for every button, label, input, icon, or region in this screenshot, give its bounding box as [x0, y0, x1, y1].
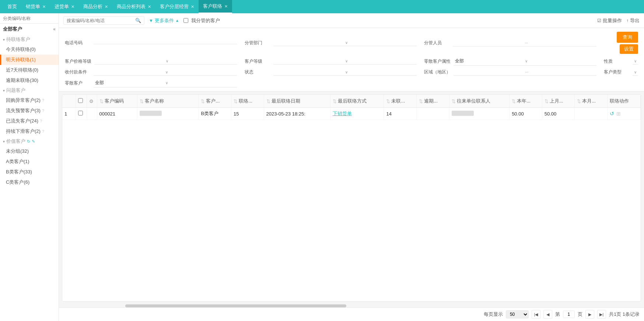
nav-customer-tier[interactable]: 客户分层经营 ✕	[155, 0, 199, 13]
ellipsis-icon: ···	[525, 41, 595, 45]
contact-action-icon1[interactable]: ↺	[610, 111, 614, 117]
chevron-down-icon: ∨	[525, 59, 595, 63]
col-unit-contact: ⇅往来单位联系人	[449, 95, 510, 108]
table-row: 1 000021 B类客户 15 2023-05-23 18:25: 下销货单 …	[62, 108, 641, 120]
batch-operation-button[interactable]: ☑ 批量操作	[597, 17, 622, 24]
sidebar-search-input[interactable]	[3, 16, 58, 21]
last-page-button[interactable]: ▶|	[597, 310, 606, 319]
prev-page-button[interactable]: ◀	[543, 310, 552, 319]
region-input[interactable]: ···	[454, 69, 596, 76]
nav-product-analysis-list[interactable]: 商品分析列表 ✕	[112, 0, 155, 13]
retail-customer-select[interactable]: 全部 ∨	[94, 79, 237, 87]
col-last-contact-date: ⇅最后联络日期	[264, 95, 330, 108]
sidebar-item-ungrouped[interactable]: 未分组(32)	[0, 146, 59, 156]
col-checkbox	[76, 95, 87, 108]
sidebar: 🔍 全部客户 « 待联络客户 今天待联络(0) 明天待联络(1) 近7天待联络(…	[0, 13, 59, 321]
nav-purchase-order[interactable]: 进货单 ✕	[50, 0, 79, 13]
pagination-bar: 每页显示 50 |◀ ◀ 第 页 ▶ ▶| 共1页 1条记录	[59, 307, 644, 321]
sidebar-item-tomorrow-contact[interactable]: 明天待联络(1)	[0, 55, 59, 65]
sort-icon: ⇅	[577, 99, 581, 104]
chevron-down-icon: ∨	[165, 81, 236, 85]
col-last-contact-method: ⇅最后联络方式	[330, 95, 384, 108]
close-icon[interactable]: ✕	[224, 4, 228, 9]
chevron-down-icon: ∨	[345, 41, 416, 45]
row-checkbox[interactable]	[78, 111, 83, 115]
chevron-down-icon: ∨	[345, 59, 416, 63]
close-icon[interactable]: ✕	[42, 4, 46, 9]
status-select[interactable]: ∨	[273, 69, 417, 76]
chevron-down-icon: ∨	[165, 70, 236, 74]
nav-sales-order[interactable]: 销货单 ✕	[21, 0, 50, 13]
unit-contact-blurred	[452, 111, 474, 116]
cell-last-month: 50.00	[542, 108, 575, 120]
page-size-label: 每页显示	[484, 311, 503, 318]
close-icon[interactable]: ✕	[71, 4, 74, 9]
filter-action-buttons: 查询 设置	[604, 32, 638, 54]
cell-customer-name	[137, 108, 199, 120]
scrollbar-thumb[interactable]	[125, 304, 346, 307]
customer-type-select[interactable]: ∨	[633, 69, 638, 76]
my-customers-checkbox[interactable]: 我分管的客户	[183, 17, 220, 24]
chevron-up-icon: ▲	[175, 18, 179, 23]
top-nav: 首页 销货单 ✕ 进货单 ✕ 商品分析 ✕ 商品分析列表 ✕ 客户分层经营 ✕ …	[0, 0, 644, 13]
sidebar-item-a-customers[interactable]: A类客户(1)	[0, 156, 59, 167]
search-input[interactable]	[67, 18, 135, 23]
sidebar-item-churned[interactable]: 已流失客户(24) ?	[0, 116, 59, 126]
sort-icon: ⇅	[545, 99, 549, 104]
filter-person: 分管人员 ···	[424, 39, 596, 46]
all-customers-header[interactable]: 全部客户 «	[0, 24, 59, 35]
customer-level-select[interactable]: ∨	[273, 58, 417, 65]
next-page-button[interactable]: ▶	[585, 310, 594, 319]
sort-icon: ⇅	[386, 99, 390, 104]
edit-icon[interactable]: ✎	[32, 139, 35, 144]
chevron-down-icon: ∨	[634, 70, 637, 74]
close-icon[interactable]: ✕	[148, 4, 151, 9]
col-this-month: ⇅本月...	[575, 95, 608, 108]
ellipsis-icon: ···	[525, 70, 595, 74]
col-customer-code: ⇅客户编码	[97, 95, 137, 108]
contact-action-icon2[interactable]: ⊞	[616, 111, 621, 117]
page-size-select[interactable]: 50	[506, 310, 529, 318]
nav-home[interactable]: 首页	[3, 0, 21, 13]
col-contact-action: 联络动作	[607, 95, 640, 108]
help-icon: ?	[42, 98, 44, 103]
horizontal-scrollbar[interactable]	[59, 304, 644, 307]
query-button[interactable]: 查询	[617, 32, 638, 43]
retail-attr-select[interactable]: 全部 ∨	[454, 57, 596, 66]
search-icon[interactable]: 🔍	[135, 18, 141, 23]
more-filter-button[interactable]: ▼ 更多条件 ▲	[149, 17, 179, 24]
settings-icon[interactable]: ⚙	[89, 99, 94, 104]
person-input[interactable]: ···	[453, 39, 596, 46]
collapse-icon: «	[53, 27, 56, 32]
sidebar-item-declining[interactable]: 持续下滑客户(2) ?	[0, 126, 59, 137]
sidebar-item-today-contact[interactable]: 今天待联络(0)	[0, 44, 59, 55]
refresh-icon[interactable]: ↻	[27, 139, 30, 144]
close-icon[interactable]: ✕	[191, 4, 194, 9]
select-all-checkbox[interactable]	[78, 98, 83, 103]
sidebar-item-repurchase-abnormal[interactable]: 回购异常客户(2) ?	[0, 95, 59, 106]
col-index	[62, 95, 76, 108]
col-this-year: ⇅本年...	[510, 95, 542, 108]
my-customers-check[interactable]	[183, 18, 188, 23]
export-button[interactable]: ↑ 导出	[626, 17, 640, 24]
page-number-input[interactable]	[563, 311, 575, 318]
sidebar-item-churn-warning[interactable]: 流失预警客户(3) ?	[0, 106, 59, 116]
nav-product-analysis[interactable]: 商品分析 ✕	[79, 0, 112, 13]
sidebar-item-b-customers[interactable]: B类客户(33)	[0, 167, 59, 177]
cell-contact: 15	[231, 108, 264, 120]
cell-settings	[87, 108, 97, 120]
sidebar-item-overdue-contact[interactable]: 逾期未联络(30)	[0, 75, 59, 86]
set-button[interactable]: 设置	[620, 44, 638, 54]
close-icon[interactable]: ✕	[105, 4, 108, 9]
first-page-button[interactable]: |◀	[532, 310, 540, 319]
sidebar-item-7days-contact[interactable]: 近7天待联络(0)	[0, 65, 59, 75]
price-level-select[interactable]: ∨	[94, 58, 237, 65]
dept-select[interactable]: ∨	[273, 39, 417, 46]
payment-select[interactable]: ∨	[94, 69, 237, 76]
sidebar-item-c-customers[interactable]: C类客户(6)	[0, 177, 59, 187]
nav-customer-contact[interactable]: 客户联络 ✕	[199, 0, 232, 13]
phone-input[interactable]	[94, 42, 237, 44]
gender-select[interactable]: ∨	[633, 58, 638, 65]
customer-table-area: ⚙ ⇅客户编码 ⇅客户名称 ⇅客户... ⇅联络...	[62, 94, 641, 301]
last-contact-link[interactable]: 下销货单	[333, 111, 352, 116]
